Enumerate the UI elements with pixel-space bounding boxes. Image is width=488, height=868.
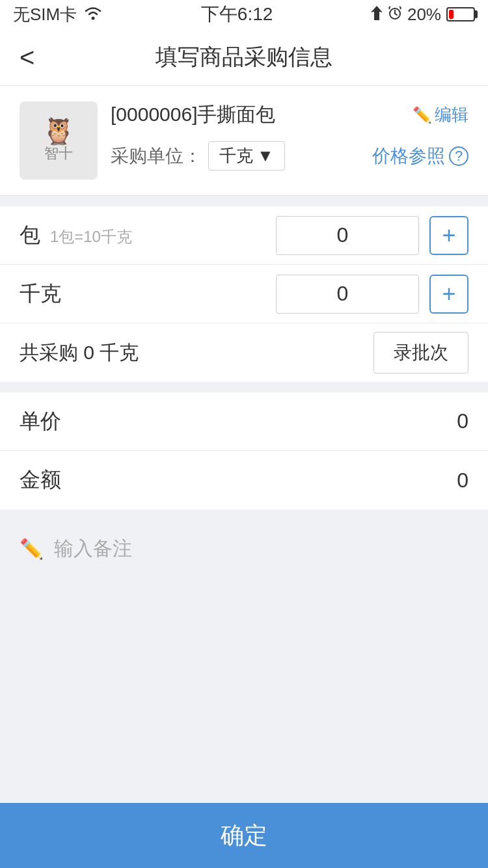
price-ref-label: 价格参照 xyxy=(372,144,445,169)
summary-row: 共采购 0 千克 录批次 xyxy=(0,323,488,382)
product-card: 🦉 智十 [0000006]手撕面包 ✏️ 编辑 采购单位： 千克 ▼ 价格参照… xyxy=(0,86,488,196)
unit-price-row: 单价 0 xyxy=(0,392,488,451)
kg-plus-button[interactable]: + xyxy=(429,275,468,314)
location-icon xyxy=(371,5,383,25)
battery-percent: 20% xyxy=(407,5,441,25)
remark-placeholder: 输入备注 xyxy=(54,536,132,562)
remark-section[interactable]: ✏️ 输入备注 xyxy=(0,520,488,578)
unit-price-label: 单价 xyxy=(20,407,61,436)
amount-row: 金额 0 xyxy=(0,451,488,509)
kg-input-right: + xyxy=(124,275,468,314)
page-title: 填写商品采购信息 xyxy=(156,42,332,72)
svg-line-3 xyxy=(395,14,397,15)
kg-label: 千克 xyxy=(20,280,124,308)
bottom-space xyxy=(0,578,488,747)
unit-label: 采购单位： 千克 ▼ xyxy=(111,141,285,170)
separator-2 xyxy=(0,382,488,392)
back-button[interactable]: < xyxy=(20,44,34,70)
status-right: 20% xyxy=(371,5,475,25)
price-ref-question-icon: ? xyxy=(449,146,468,166)
product-unit-row: 采购单位： 千克 ▼ 价格参照 ? xyxy=(111,141,468,170)
product-name-row: [0000006]手撕面包 ✏️ 编辑 xyxy=(111,102,468,128)
price-ref-button[interactable]: 价格参照 ? xyxy=(372,144,468,169)
pencil-icon: ✏️ xyxy=(20,537,44,560)
record-batch-button[interactable]: 录批次 xyxy=(373,332,468,373)
bao-input[interactable] xyxy=(276,216,419,255)
product-name: [0000006]手撕面包 xyxy=(111,102,275,128)
bao-label: 包 1包=10千克 xyxy=(20,221,132,250)
status-time: 下午6:12 xyxy=(201,2,273,27)
edit-icon: ✏️ xyxy=(413,106,432,124)
bao-plus-button[interactable]: + xyxy=(429,216,468,255)
amount-label: 金额 xyxy=(20,466,61,495)
kg-input[interactable] xyxy=(276,275,419,314)
status-left: 无SIM卡 xyxy=(13,3,103,26)
unit-value: 千克 xyxy=(219,144,253,167)
amount-value: 0 xyxy=(457,468,468,493)
unit-select-dropdown[interactable]: 千克 ▼ xyxy=(208,141,285,170)
unit-price-value: 0 xyxy=(457,409,468,433)
svg-point-0 xyxy=(92,16,95,20)
product-image-text: 智十 xyxy=(44,144,73,163)
summary-text: 共采购 0 千克 xyxy=(20,340,139,366)
separator-1 xyxy=(0,196,488,206)
wifi-icon xyxy=(83,5,103,25)
chevron-down-icon: ▼ xyxy=(257,146,274,166)
unit-label-text: 采购单位： xyxy=(111,144,202,169)
edit-label: 编辑 xyxy=(435,103,468,126)
confirm-label: 确定 xyxy=(221,820,267,852)
confirm-button[interactable]: 确定 xyxy=(0,803,488,868)
battery-icon xyxy=(446,7,475,21)
product-info: [0000006]手撕面包 ✏️ 编辑 采购单位： 千克 ▼ 价格参照 ? xyxy=(111,102,468,170)
input-section: 包 1包=10千克 + 千克 + xyxy=(0,206,488,323)
kg-input-row: 千克 + xyxy=(0,265,488,323)
bao-input-right: + xyxy=(132,216,468,255)
status-bar: 无SIM卡 下午6:12 20% xyxy=(0,0,488,29)
product-owl-icon: 🦉 xyxy=(42,118,75,144)
bao-label-text: 包 xyxy=(20,223,40,247)
product-image: 🦉 智十 xyxy=(20,102,98,180)
edit-button[interactable]: ✏️ 编辑 xyxy=(413,103,468,126)
bao-input-row: 包 1包=10千克 + xyxy=(0,206,488,265)
carrier-label: 无SIM卡 xyxy=(13,3,77,26)
alarm-icon xyxy=(388,5,402,25)
nav-bar: < 填写商品采购信息 xyxy=(0,29,488,86)
bao-sublabel: 1包=10千克 xyxy=(50,228,132,245)
price-section: 单价 0 金额 0 xyxy=(0,392,488,509)
